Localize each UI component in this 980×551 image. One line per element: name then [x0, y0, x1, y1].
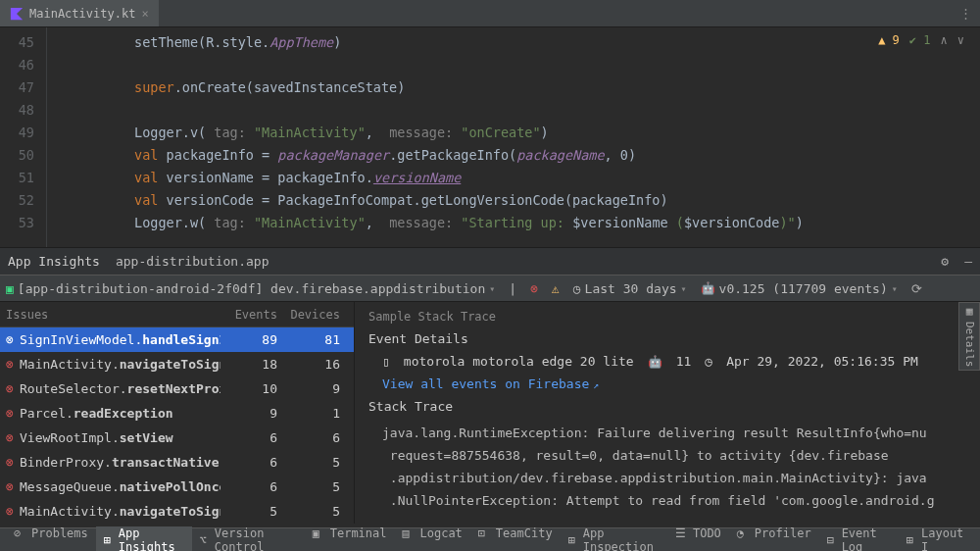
details-sidebar-toggle[interactable]: ▦Details [958, 302, 980, 371]
events-count: 18 [220, 357, 285, 372]
tool-icon: ⊘ [14, 526, 26, 539]
time-range-label: Last 30 days [585, 281, 677, 296]
events-count: 5 [220, 504, 285, 519]
issue-name: MainActivity.navigateToSignFra [20, 504, 220, 519]
event-date: Apr 29, 2022, 05:16:35 PM [726, 354, 918, 369]
bottom-tab-layout-i[interactable]: ⊞Layout I [899, 526, 974, 552]
warning-icon[interactable]: ▲ 9 [878, 33, 900, 47]
error-icon: ⊗ [0, 504, 20, 519]
bottom-tab-version-control[interactable]: ⌥Version Control [192, 526, 305, 552]
devices-count: 1 [285, 406, 354, 421]
issue-name: ViewRootImpl.setView [20, 430, 220, 445]
android-icon: 🤖 [648, 355, 662, 369]
devices-count: 16 [285, 357, 354, 372]
panel-title: App Insights [8, 254, 100, 269]
check-icon[interactable]: ✔ 1 [909, 33, 931, 47]
android-icon: 🤖 [701, 281, 715, 295]
event-details-title: Event Details [368, 331, 980, 346]
events-count: 6 [220, 479, 285, 494]
bottom-tab-app-insights[interactable]: ⊞App Insights [96, 526, 192, 552]
issue-row[interactable]: ⊗MessageQueue.nativePollOnce65 [0, 475, 354, 499]
code-editor[interactable]: 4546 4748 4950 5152 53 setTheme(R.style.… [0, 27, 980, 247]
tool-icon: ⊞ [906, 533, 916, 546]
tool-icon: ⊞ [568, 533, 578, 546]
insights-header: App Insights app-distribution.app ⚙ — [0, 247, 980, 275]
stack-trace-body[interactable]: java.lang.RuntimeException: Failure deli… [368, 422, 980, 512]
project-selector[interactable]: ▣ [app-distribution-android-2f0df] dev.f… [6, 281, 495, 296]
chevron-down-icon: ▾ [489, 283, 495, 294]
bottom-tab-problems[interactable]: ⊘Problems [6, 526, 96, 540]
issue-row[interactable]: ⊗MainActivity.navigateToSignFra1816 [0, 352, 354, 376]
error-icon: ⊗ [0, 479, 20, 494]
events-count: 6 [220, 430, 285, 445]
panel-subtitle: app-distribution.app [116, 254, 270, 269]
details-column: Sample Stack Trace Event Details ▯ motor… [355, 302, 980, 524]
error-icon: ⊗ [0, 406, 20, 421]
devices-count: 81 [285, 332, 354, 347]
project-label: [app-distribution-android-2f0df] dev.fir… [18, 281, 485, 296]
event-meta: ▯ motorola motorola edge 20 lite 🤖 11 ◷ … [368, 354, 980, 369]
external-link-icon: ↗ [593, 379, 599, 390]
tool-icon: ⌥ [200, 533, 210, 546]
tool-icon: ▤ [403, 526, 416, 539]
bottom-tab-logcat[interactable]: ▤Logcat [395, 526, 470, 540]
kotlin-icon [10, 7, 24, 21]
issue-name: RouteSelector.resetNextProxy [20, 381, 220, 396]
bottom-tool-bar: ⊘Problems⊞App Insights⌥Version Control▣T… [0, 527, 980, 551]
file-tab-mainactivity[interactable]: MainActivity.kt × [0, 0, 159, 26]
issue-row[interactable]: ⊗BinderProxy.transactNative65 [0, 450, 354, 475]
events-count: 10 [220, 381, 285, 396]
col-issues[interactable]: Issues [0, 308, 220, 322]
issue-name: Parcel.readException [20, 406, 220, 421]
issue-name: BinderProxy.transactNative [20, 455, 220, 470]
gear-icon[interactable]: ⚙ [941, 254, 949, 269]
bottom-tab-todo[interactable]: ☰TODO [667, 526, 729, 540]
close-icon[interactable]: × [141, 7, 148, 21]
issues-header-row: Issues Events Devices [0, 302, 354, 327]
line-gutter: 4546 4748 4950 5152 53 [0, 27, 47, 247]
bottom-tab-event-log[interactable]: ⊟Event Log [819, 526, 899, 552]
events-count: 6 [220, 455, 285, 470]
error-icon: ⊗ [0, 357, 20, 372]
minimize-icon[interactable]: — [964, 254, 972, 269]
issues-column: Issues Events Devices ⊗SignInViewModel.h… [0, 302, 355, 524]
api-level: 11 [676, 354, 692, 369]
sample-stack-title: Sample Stack Trace [368, 310, 980, 324]
clock-icon: ◷ [705, 354, 712, 369]
devices-count: 5 [285, 479, 354, 494]
nonfatal-filter-icon[interactable]: ⚠ [552, 281, 560, 296]
nav-down-icon[interactable]: ∨ [957, 33, 964, 47]
refresh-icon[interactable]: ⟳ [911, 281, 922, 296]
issue-name: SignInViewModel.handleSignIn [20, 332, 220, 347]
tool-icon: ⊞ [104, 533, 114, 546]
tool-icon: ⊡ [478, 526, 491, 539]
clock-icon: ◷ [573, 281, 581, 296]
issue-row[interactable]: ⊗MainActivity.navigateToSignFra55 [0, 499, 354, 524]
bottom-tab-app-inspection[interactable]: ⊞App Inspection [561, 526, 667, 552]
issue-row[interactable]: ⊗SignInViewModel.handleSignIn8981 [0, 327, 354, 352]
version-selector[interactable]: 🤖 v0.125 (117709 events) ▾ [701, 281, 898, 296]
code-body[interactable]: setTheme(R.style.AppTheme) super.onCreat… [47, 27, 980, 247]
issue-row[interactable]: ⊗ViewRootImpl.setView66 [0, 426, 354, 450]
time-range-selector[interactable]: ◷ Last 30 days ▾ [573, 281, 687, 296]
inspection-badges: ▲ 9 ✔ 1 ∧ ∨ [878, 33, 964, 47]
tool-icon: ⊟ [827, 533, 837, 546]
tool-icon: ☰ [675, 526, 688, 539]
bottom-tab-teamcity[interactable]: ⊡TeamCity [470, 526, 561, 540]
events-count: 9 [220, 406, 285, 421]
view-all-events-link[interactable]: View all events on Firebase↗ [368, 376, 980, 391]
error-icon: ⊗ [0, 430, 20, 445]
tool-icon: ▣ [313, 526, 325, 539]
issue-name: MessageQueue.nativePollOnce [20, 479, 220, 494]
fatal-filter-icon[interactable]: ⊗ [530, 281, 538, 296]
bottom-tab-terminal[interactable]: ▣Terminal [305, 526, 395, 540]
col-events[interactable]: Events [220, 308, 285, 322]
col-devices[interactable]: Devices [285, 308, 354, 322]
issue-row[interactable]: ⊗Parcel.readException91 [0, 401, 354, 426]
more-vert-icon[interactable]: ⋮ [959, 6, 972, 21]
issue-row[interactable]: ⊗RouteSelector.resetNextProxy109 [0, 376, 354, 401]
nav-up-icon[interactable]: ∧ [941, 33, 948, 47]
bottom-tab-profiler[interactable]: ◔Profiler [729, 526, 819, 540]
insights-panel: Issues Events Devices ⊗SignInViewModel.h… [0, 302, 980, 524]
devices-count: 6 [285, 430, 354, 445]
